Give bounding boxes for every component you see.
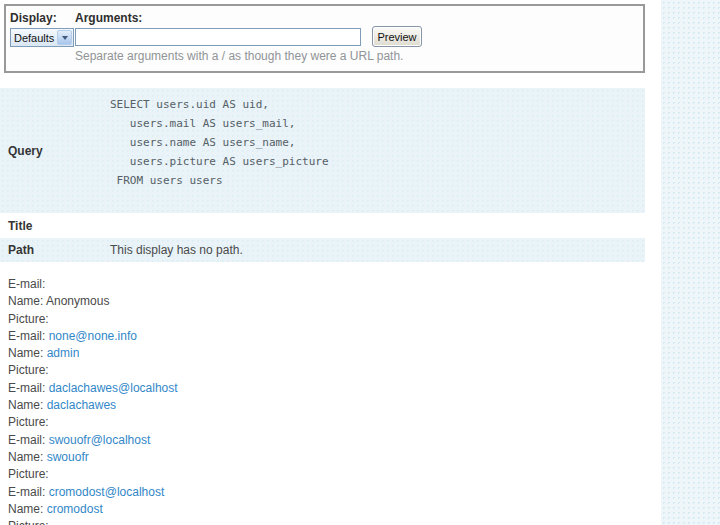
field-label: E-mail: (8, 381, 49, 395)
field-label: Name: (8, 294, 46, 308)
field-label: Picture: (8, 415, 49, 429)
name-link[interactable]: daclachawes (47, 398, 116, 412)
name-link[interactable]: admin (47, 346, 80, 360)
arguments-label: Arguments: (75, 11, 142, 25)
chevron-down-icon (57, 30, 72, 45)
preview-controls-fieldset: Display: Arguments: Defaults Preview Sep… (4, 4, 645, 73)
field-label: E-mail: (8, 329, 49, 343)
field-label: Name: (8, 450, 47, 464)
title-label: Title (0, 219, 110, 233)
user-field-line: E-mail: (8, 276, 638, 293)
display-select-value: Defaults (11, 29, 56, 46)
field-label: Name: (8, 346, 47, 360)
query-sql: SELECT users.uid AS uid, users.mail AS u… (110, 88, 329, 190)
field-label: Picture: (8, 467, 49, 481)
page-background-texture (661, 0, 720, 525)
user-field-line: Picture: (8, 311, 638, 328)
user-field-line: E-mail: cromodost@localhost (8, 484, 638, 501)
user-field-line: E-mail: daclachawes@localhost (8, 380, 638, 397)
path-label: Path (0, 243, 110, 257)
field-label: E-mail: (8, 485, 49, 499)
email-link[interactable]: none@none.info (49, 329, 137, 343)
display-select[interactable]: Defaults (10, 28, 74, 47)
name-link[interactable]: swouofr (47, 450, 89, 464)
arguments-input[interactable] (75, 28, 361, 46)
user-field-line: Name: Anonymous (8, 293, 638, 310)
display-label: Display: (10, 11, 57, 25)
name-link: Anonymous (46, 294, 109, 308)
user-field-line: Name: daclachawes (8, 397, 638, 414)
user-list: E-mail:Name: AnonymousPicture:E-mail: no… (8, 276, 638, 525)
field-label: Name: (8, 502, 47, 516)
field-label: Name: (8, 398, 47, 412)
path-row: Path This display has no path. (0, 238, 645, 262)
user-field-line: Picture: (8, 518, 638, 525)
arguments-help-text: Separate arguments with a / as though th… (75, 49, 403, 63)
user-field-line: Name: cromodost (8, 501, 638, 518)
query-row: Query SELECT users.uid AS uid, users.mai… (0, 88, 645, 213)
preview-button[interactable]: Preview (372, 26, 422, 47)
email-link[interactable]: daclachawes@localhost (49, 381, 178, 395)
user-field-line: Name: admin (8, 345, 638, 362)
user-field-line: E-mail: none@none.info (8, 328, 638, 345)
user-field-line: E-mail: swouofr@localhost (8, 432, 638, 449)
field-label: Picture: (8, 363, 49, 377)
query-label: Query (0, 144, 110, 158)
field-label: Picture: (8, 519, 49, 525)
email-link[interactable]: swouofr@localhost (49, 433, 151, 447)
field-label: E-mail: (8, 433, 49, 447)
path-value: This display has no path. (110, 243, 243, 257)
email-link[interactable]: cromodost@localhost (49, 485, 165, 499)
field-label: Picture: (8, 312, 49, 326)
user-field-line: Picture: (8, 466, 638, 483)
field-label: E-mail: (8, 277, 45, 291)
name-link[interactable]: cromodost (47, 502, 103, 516)
title-row: Title (0, 213, 645, 238)
user-field-line: Picture: (8, 414, 638, 431)
user-field-line: Name: swouofr (8, 449, 638, 466)
user-field-line: Picture: (8, 362, 638, 379)
